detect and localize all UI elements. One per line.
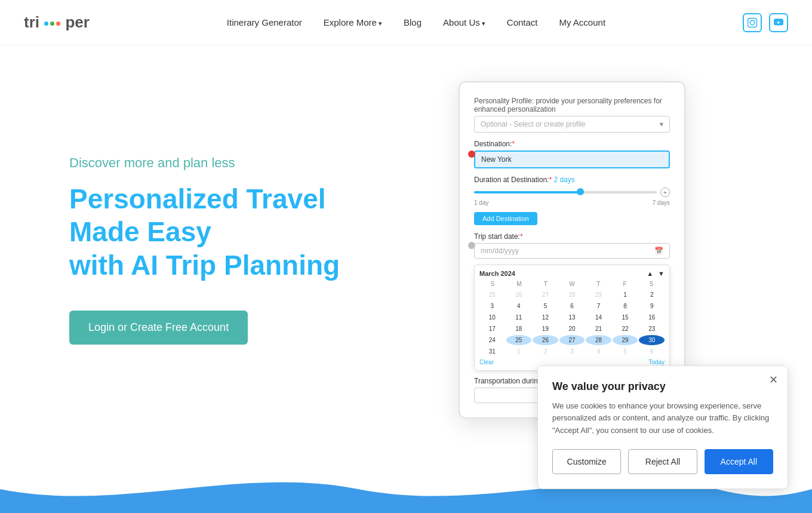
svg-point-2 xyxy=(754,20,755,21)
instagram-icon[interactable] xyxy=(743,13,762,32)
cookie-accept-button[interactable]: Accept All xyxy=(705,449,773,474)
red-dot-indicator xyxy=(468,150,475,158)
nav-social xyxy=(743,13,788,32)
cookie-banner: ✕ We value your privacy We use cookies t… xyxy=(537,365,788,489)
duration-label: Duration at Destination:* 2 days xyxy=(474,176,670,184)
logo-dot-orange xyxy=(56,21,60,26)
personality-label: Personality Profile: provide your person… xyxy=(474,97,670,113)
svg-point-1 xyxy=(750,20,755,25)
cookie-buttons: Customize Reject All Accept All xyxy=(552,449,773,474)
nav-item-myaccount[interactable]: My Account xyxy=(559,17,606,28)
destination-input[interactable]: New York xyxy=(474,150,670,168)
cookie-title: We value your privacy xyxy=(552,380,773,393)
navbar: tri per Itinerary Generator Explore More… xyxy=(0,0,812,45)
nav-item-blog[interactable]: Blog xyxy=(404,17,422,28)
add-destination-button[interactable]: Add Destination xyxy=(474,212,537,225)
nav-links: Itinerary Generator Explore More Blog Ab… xyxy=(227,17,605,28)
calendar[interactable]: March 2024 ▲ ▼ S M T W T F S xyxy=(474,265,670,371)
duration-slider[interactable]: + xyxy=(474,188,670,197)
personality-select[interactable]: Optional - Select or create profile ▾ xyxy=(474,116,670,133)
hero-left: Discover more and plan less Personalized… xyxy=(69,155,380,345)
cookie-text: We use cookies to enhance your browsing … xyxy=(552,400,773,437)
svg-rect-0 xyxy=(748,18,757,27)
cookie-customize-button[interactable]: Customize xyxy=(552,449,621,474)
cta-button[interactable]: Login or Create Free Account xyxy=(69,311,248,345)
cookie-close-button[interactable]: ✕ xyxy=(769,373,778,386)
nav-item-contact[interactable]: Contact xyxy=(507,17,538,28)
cal-clear[interactable]: Clear xyxy=(479,359,494,365)
trip-start-label: Trip start date:* xyxy=(474,232,670,241)
destination-label: Destination:* xyxy=(474,140,670,148)
logo[interactable]: tri per xyxy=(24,13,90,32)
date-input[interactable]: mm/dd/yyyy 📅 xyxy=(474,243,670,259)
logo-text: tri per xyxy=(24,13,90,32)
cal-next[interactable]: ▼ xyxy=(658,270,665,277)
nav-item-about[interactable]: About Us xyxy=(443,17,485,28)
gray-dot-indicator xyxy=(468,242,475,249)
nav-item-explore[interactable]: Explore More xyxy=(324,17,382,28)
logo-dot-green xyxy=(50,21,54,26)
nav-item-itinerary[interactable]: Itinerary Generator xyxy=(227,17,302,28)
youtube-icon[interactable] xyxy=(769,13,788,32)
cookie-reject-button[interactable]: Reject All xyxy=(628,449,697,474)
logo-dot-blue xyxy=(44,21,48,26)
hero-subtitle: Discover more and plan less xyxy=(69,155,380,171)
calendar-grid: 25 26 27 28 29 1 2 3 4 5 6 7 8 xyxy=(479,290,665,357)
cal-today[interactable]: Today xyxy=(648,359,665,365)
cal-prev[interactable]: ▲ xyxy=(647,270,653,277)
hero-title: Personalized Travel Made Easy with AI Tr… xyxy=(69,183,380,282)
